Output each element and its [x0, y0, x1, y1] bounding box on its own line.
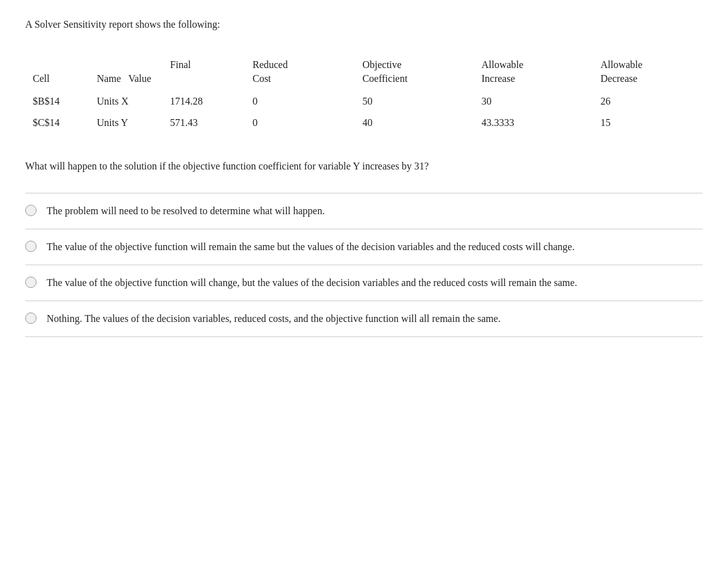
cell-allowable-dec: 26 — [593, 91, 703, 112]
header-name-empty — [89, 55, 162, 72]
header-cell-empty1 — [25, 55, 89, 72]
sensitivity-table: Final Reduced Objective Allowable Allowa… — [25, 55, 703, 134]
radio-button-2[interactable] — [25, 241, 37, 252]
header-coefficient-label: Coefficient — [355, 72, 474, 91]
question-text: What will happen to the solution if the … — [25, 159, 703, 174]
cell-ref: $B$14 — [25, 91, 89, 112]
cell-value: 571.43 — [162, 112, 245, 134]
header-cell-label: Cell — [25, 72, 89, 91]
intro-text: A Solver Sensitivity report shows the fo… — [25, 19, 703, 30]
header-decrease-label: Decrease — [593, 72, 703, 91]
table-row: $B$14 Units X 1714.28 0 50 30 26 — [25, 91, 703, 112]
option-text-3: The value of the objective function will… — [47, 275, 703, 290]
header-final-label: Final — [162, 55, 245, 72]
header-allowable-dec-label: Allowable — [593, 55, 703, 72]
option-row-3[interactable]: The value of the objective function will… — [25, 265, 703, 301]
option-row-1[interactable]: The problem will need to be resolved to … — [25, 193, 703, 229]
option-text-1: The problem will need to be resolved to … — [47, 204, 703, 219]
radio-button-3[interactable] — [25, 277, 37, 288]
cell-reduced-cost: 0 — [245, 112, 355, 134]
cell-ref: $C$14 — [25, 112, 89, 134]
radio-button-4[interactable] — [25, 313, 37, 324]
option-text-4: Nothing. The values of the decision vari… — [47, 311, 703, 326]
cell-obj-coeff: 50 — [355, 91, 474, 112]
header-objective-label: Objective — [355, 55, 474, 72]
cell-name: Units Y — [89, 112, 162, 134]
header-cost-label: Cost — [245, 72, 355, 91]
options-container: The problem will need to be resolved to … — [25, 193, 703, 337]
cell-reduced-cost: 0 — [245, 91, 355, 112]
header-reduced-label: Reduced — [245, 55, 355, 72]
cell-allowable-dec: 15 — [593, 112, 703, 134]
header-increase-label: Increase — [474, 72, 593, 91]
header-name-label: Name Value — [89, 72, 162, 91]
cell-name: Units X — [89, 91, 162, 112]
radio-button-1[interactable] — [25, 205, 37, 216]
table-row: $C$14 Units Y 571.43 0 40 43.3333 15 — [25, 112, 703, 134]
cell-value: 1714.28 — [162, 91, 245, 112]
header-allowable-inc-label: Allowable — [474, 55, 593, 72]
cell-allowable-inc: 43.3333 — [474, 112, 593, 134]
cell-allowable-inc: 30 — [474, 91, 593, 112]
option-row-2[interactable]: The value of the objective function will… — [25, 229, 703, 265]
cell-obj-coeff: 40 — [355, 112, 474, 134]
option-row-4[interactable]: Nothing. The values of the decision vari… — [25, 301, 703, 337]
option-text-2: The value of the objective function will… — [47, 239, 703, 255]
header-value-label — [162, 72, 245, 91]
